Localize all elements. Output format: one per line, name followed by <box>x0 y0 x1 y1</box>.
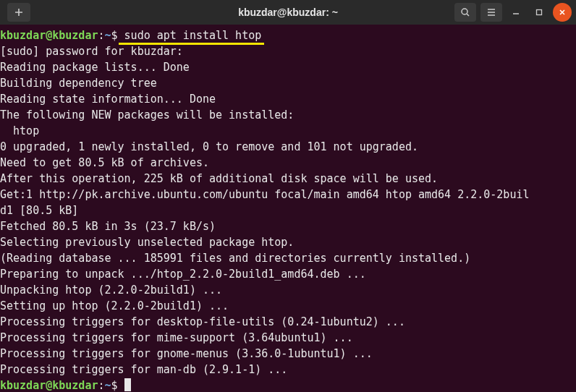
prompt-user: kbuzdar <box>0 29 46 42</box>
minimize-button[interactable] <box>507 3 525 22</box>
output-line: htop <box>0 123 576 139</box>
prompt-at: @ <box>46 379 52 392</box>
window-titlebar: kbuzdar@kbuzdar: ~ <box>0 0 576 25</box>
prompt-dollar: $ <box>111 379 118 392</box>
prompt-colon: : <box>98 379 104 392</box>
prompt-path: ~ <box>105 29 111 42</box>
prompt-host: kbuzdar <box>52 29 98 42</box>
svg-point-0 <box>462 9 467 14</box>
output-line: After this operation, 225 kB of addition… <box>0 171 576 187</box>
svg-rect-1 <box>537 10 542 15</box>
output-line: Processing triggers for gnome-menus (3.3… <box>0 346 576 362</box>
minimize-icon <box>512 8 520 17</box>
output-line: (Reading database ... 185991 files and d… <box>0 250 576 266</box>
output-line: Get:1 http://pk.archive.ubuntu.com/ubunt… <box>0 187 576 203</box>
output-line: Reading state information... Done <box>0 91 576 107</box>
terminal-output[interactable]: kbuzdar@kbuzdar:~$ sudo apt install htop… <box>0 25 576 392</box>
maximize-icon <box>535 8 543 17</box>
maximize-button[interactable] <box>530 3 549 22</box>
cursor <box>124 378 131 391</box>
hamburger-icon <box>486 7 496 17</box>
close-button[interactable] <box>553 3 572 22</box>
prompt-path: ~ <box>105 379 111 392</box>
menu-button[interactable] <box>480 3 502 22</box>
output-line: Fetched 80.5 kB in 3s (23.7 kB/s) <box>0 218 576 234</box>
output-line: The following NEW packages will be insta… <box>0 107 576 123</box>
prompt-user: kbuzdar <box>0 379 46 392</box>
titlebar-left <box>4 3 144 22</box>
plus-icon <box>14 7 24 17</box>
close-icon <box>558 8 567 17</box>
command-text: sudo apt install htop <box>124 27 262 43</box>
titlebar-right <box>432 3 572 22</box>
search-icon <box>460 7 470 17</box>
output-line: Processing triggers for man-db (2.9.1-1)… <box>0 362 576 378</box>
new-tab-button[interactable] <box>7 3 30 22</box>
output-line: Processing triggers for desktop-file-uti… <box>0 314 576 330</box>
output-line: [sudo] password for kbuzdar: <box>0 43 576 59</box>
output-line: Need to get 80.5 kB of archives. <box>0 155 576 171</box>
output-line: d1 [80.5 kB] <box>0 203 576 218</box>
prompt-host: kbuzdar <box>52 379 98 392</box>
output-line: Unpacking htop (2.2.0-2build1) ... <box>0 282 576 298</box>
output-line: Reading package lists... Done <box>0 59 576 75</box>
search-button[interactable] <box>454 3 476 22</box>
output-line: Setting up htop (2.2.0-2build1) ... <box>0 298 576 314</box>
window-title: kbuzdar@kbuzdar: ~ <box>148 7 428 18</box>
output-line: 0 upgraded, 1 newly installed, 0 to remo… <box>0 139 576 155</box>
prompt-at: @ <box>46 29 52 42</box>
output-line: Preparing to unpack .../htop_2.2.0-2buil… <box>0 266 576 282</box>
prompt-dollar: $ <box>111 29 118 42</box>
output-line: Building dependency tree <box>0 75 576 91</box>
output-line: Selecting previously unselected package … <box>0 234 576 250</box>
prompt-colon: : <box>98 29 104 42</box>
output-line: Processing triggers for mime-support (3.… <box>0 330 576 346</box>
